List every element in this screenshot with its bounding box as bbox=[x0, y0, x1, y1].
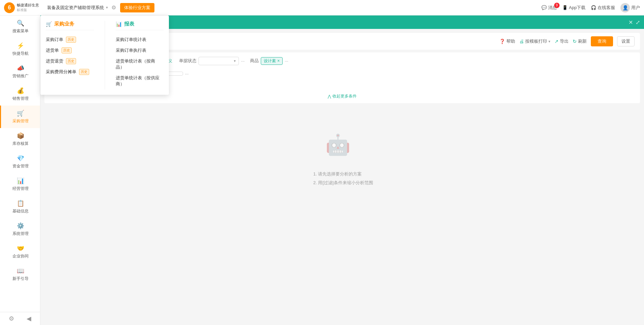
help-icon: ❓ bbox=[499, 39, 505, 44]
finance-icon: 💎 bbox=[17, 155, 24, 162]
refresh-btn[interactable]: ↻ 刷新 bbox=[573, 38, 587, 44]
industry-btn[interactable]: 体验行业方案 bbox=[120, 3, 154, 12]
message-badge: 9 bbox=[554, 3, 560, 8]
basic-icon: 📋 bbox=[17, 200, 24, 207]
settings-small-btn[interactable]: 设置 bbox=[617, 36, 635, 46]
product-tag: 设计素 × bbox=[261, 57, 283, 65]
sidebar-item-search[interactable]: 🔍 搜索菜单 bbox=[0, 15, 40, 38]
sidebar-item-marketing[interactable]: 📣 营销推广 bbox=[0, 60, 40, 83]
menu-item-goods-receipt-by-supplier[interactable]: 进货单统计表（按供应商） bbox=[116, 73, 164, 89]
system-title: 装备及固定资产辅助管理系统 ▾ ⚙ bbox=[47, 4, 116, 11]
empty-tips: 请先选择要分析的方案 用[过滤]条件来缩小分析范围 bbox=[311, 170, 373, 187]
empty-icon: 🤖 bbox=[325, 133, 359, 163]
doc-status-filter: 单据状态 ▾ ··· bbox=[179, 57, 245, 65]
tab-close-window-btn[interactable]: ✕ bbox=[629, 19, 633, 26]
sales-icon: 💰 bbox=[17, 87, 24, 94]
purchase-icon: 🛒 bbox=[17, 110, 24, 117]
search-icon: 🔍 bbox=[17, 19, 24, 27]
hist-badge-purchase-expense: 历史 bbox=[79, 69, 89, 75]
sidebar-item-basic[interactable]: 📋 基础信息 bbox=[0, 196, 40, 218]
doc-status-select[interactable]: ▾ bbox=[199, 57, 239, 65]
headset-icon: 🎧 bbox=[591, 5, 596, 10]
menu-item-goods-receipt[interactable]: 进货单 历史 bbox=[46, 45, 94, 56]
help-btn[interactable]: ❓ 帮助 bbox=[499, 38, 515, 44]
sidebar-settings-btn[interactable]: ⚙ bbox=[9, 315, 14, 322]
print-btn[interactable]: 🖨 按模板打印 ▾ bbox=[519, 38, 550, 44]
menu-item-purchase-order-stat[interactable]: 采购订单统计表 bbox=[116, 34, 164, 45]
sidebar-item-quick-nav[interactable]: ⚡ 快捷导航 bbox=[0, 38, 40, 60]
menu-item-purchase-expense[interactable]: 采购费用分摊单 历史 bbox=[46, 67, 94, 77]
menu-item-goods-receipt-by-product[interactable]: 进货单统计表（按商品） bbox=[116, 56, 164, 73]
product-filter: 商品 设计素 × ··· bbox=[250, 57, 288, 65]
inventory-icon: 📦 bbox=[17, 132, 24, 139]
logo-area: 6 畅捷通好生意 标准版 bbox=[4, 2, 44, 13]
menu-divider bbox=[105, 21, 105, 89]
user-avatar: 👤 bbox=[620, 3, 630, 12]
empty-state: 🤖 请先选择要分析的方案 用[过滤]条件来缩小分析范围 bbox=[44, 106, 640, 214]
header-right: 💬 消息 9 📱 App下载 🎧 在线客服 👤 用户 bbox=[541, 3, 640, 12]
tab-maximize-btn[interactable]: ⤢ bbox=[636, 19, 640, 26]
purchase-menu-icon: 🛒 bbox=[46, 21, 52, 27]
collapse-arrow-icon: ⋀ bbox=[328, 94, 331, 99]
guide-icon: 📖 bbox=[17, 267, 24, 275]
system-settings-icon[interactable]: ⚙ bbox=[111, 4, 116, 11]
sidebar-bottom: ⚙ ◀ bbox=[0, 312, 40, 325]
hist-badge-goods-receipt: 历史 bbox=[62, 47, 72, 53]
sidebar-item-operation[interactable]: 📊 经营管理 bbox=[0, 173, 40, 196]
query-btn[interactable]: 查询 bbox=[591, 36, 613, 46]
refresh-icon: ↻ bbox=[573, 39, 577, 44]
report-menu-icon: 📊 bbox=[116, 21, 122, 27]
online-service-btn[interactable]: 🎧 在线客服 bbox=[591, 5, 615, 11]
quick-nav-icon: ⚡ bbox=[17, 42, 24, 49]
hist-badge-goods-return: 历史 bbox=[66, 58, 76, 64]
sidebar-item-inventory[interactable]: 📦 库存核算 bbox=[0, 128, 40, 151]
report-section-title: 📊 报表 bbox=[116, 21, 164, 30]
menu-item-purchase-order-exec[interactable]: 采购订单执行表 bbox=[116, 45, 164, 56]
message-btn[interactable]: 💬 消息 9 bbox=[541, 5, 557, 11]
app-logo-icon: 6 bbox=[4, 2, 15, 13]
system-icon: ⚙️ bbox=[17, 222, 24, 230]
doc-status-more[interactable]: ··· bbox=[241, 58, 245, 64]
marketing-icon: 📣 bbox=[17, 65, 24, 72]
hist-badge-purchase-order: 历史 bbox=[66, 37, 76, 43]
print-icon: 🖨 bbox=[519, 39, 524, 44]
enterprise-icon: 🤝 bbox=[17, 245, 24, 252]
sidebar: 🔍 搜索菜单 ⚡ 快捷导航 📣 营销推广 💰 销售管理 🛒 采购管理 📦 库存核… bbox=[0, 15, 40, 325]
sidebar-item-system[interactable]: ⚙️ 系统管理 bbox=[0, 218, 40, 241]
menu-item-purchase-order[interactable]: 采购订单 历史 bbox=[46, 34, 94, 45]
print-dropdown-icon[interactable]: ▾ bbox=[548, 39, 550, 44]
empty-robot-icon: 🤖 bbox=[325, 133, 351, 156]
product-tag-close[interactable]: × bbox=[277, 58, 280, 63]
top-header: 6 畅捷通好生意 标准版 装备及固定资产辅助管理系统 ▾ ⚙ 体验行业方案 💬 … bbox=[0, 0, 644, 15]
export-icon: ↗ bbox=[554, 39, 559, 44]
sidebar-item-guide[interactable]: 📖 新手引导 bbox=[0, 263, 40, 286]
sidebar-item-sales[interactable]: 💰 销售管理 bbox=[0, 83, 40, 106]
sidebar-item-purchase[interactable]: 🛒 采购管理 bbox=[0, 106, 40, 128]
menu-section-report: 📊 报表 采购订单统计表 采购订单执行表 进货单统计表（按商品） 进货单统计表（… bbox=[116, 21, 164, 89]
purchase-section-title: 🛒 采购业务 bbox=[46, 21, 94, 30]
phone-icon: 📱 bbox=[562, 5, 568, 10]
tab-bar-actions: ✕ ⤢ bbox=[629, 19, 644, 26]
menu-section-purchase: 🛒 采购业务 采购订单 历史 进货单 历史 进货退货 历史 采购费用分摊单 历史 bbox=[46, 21, 94, 89]
user-menu-btn[interactable]: 👤 用户 bbox=[620, 3, 640, 12]
sidebar-collapse-btn[interactable]: ◀ bbox=[27, 315, 31, 322]
message-icon: 💬 bbox=[541, 5, 547, 10]
menu-item-goods-return[interactable]: 进货退货 历史 bbox=[46, 56, 94, 67]
doc-status-dropdown-icon: ▾ bbox=[234, 59, 236, 63]
dropdown-menu: 🛒 采购业务 采购订单 历史 进货单 历史 进货退货 历史 采购费用分摊单 历史… bbox=[40, 15, 169, 95]
export-btn[interactable]: ↗ 导出 bbox=[554, 38, 569, 44]
sidebar-item-enterprise[interactable]: 🤝 企业协同 bbox=[0, 241, 40, 263]
sidebar-item-finance[interactable]: 💎 资金管理 bbox=[0, 151, 40, 173]
system-dropdown-arrow[interactable]: ▾ bbox=[106, 5, 108, 10]
operation-icon: 📊 bbox=[17, 177, 24, 185]
logo-text: 畅捷通好生意 标准版 bbox=[17, 3, 39, 12]
salesperson-more[interactable]: ··· bbox=[185, 71, 189, 76]
product-more[interactable]: ··· bbox=[285, 58, 288, 64]
app-download-btn[interactable]: 📱 App下载 bbox=[562, 5, 585, 11]
